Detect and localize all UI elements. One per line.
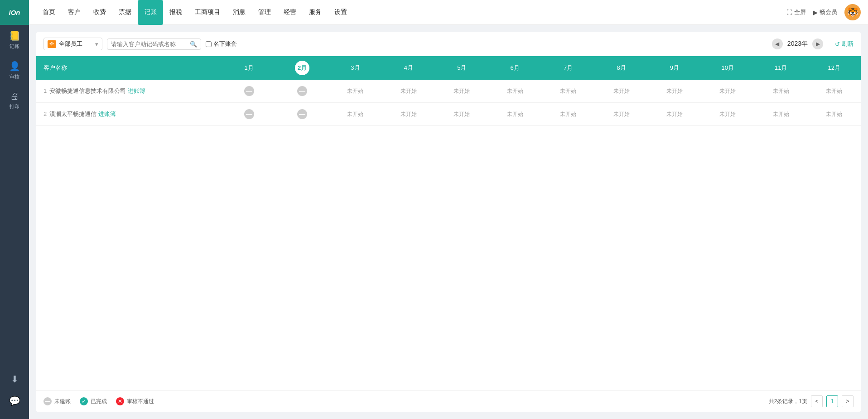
nav-customers[interactable]: 客户 <box>62 0 87 25</box>
status-not-started: 未开始 <box>613 88 630 94</box>
vip-button[interactable]: ▶ 畅会员 <box>813 8 837 16</box>
nav-bizitems[interactable]: 工商项目 <box>188 0 227 25</box>
current-page-button[interactable]: 1 <box>826 395 838 407</box>
search-input[interactable] <box>111 41 187 48</box>
col-header-jan: 1月 <box>222 56 275 80</box>
refresh-button[interactable]: ↺ 刷新 <box>835 40 854 48</box>
toolbar: 全 全部员工 ▾ 🔍 名下账套 ◀ 2023年 ▶ <box>36 32 861 56</box>
vip-label: 畅会员 <box>820 8 837 16</box>
employee-tag: 全 <box>48 40 56 48</box>
nav-operation[interactable]: 经营 <box>277 0 303 25</box>
topnav-right: ⛶ 全屏 ▶ 畅会员 🐯 <box>786 4 861 20</box>
cell-m2-r1: 未开始 <box>329 103 382 126</box>
my-accounts-checkbox[interactable] <box>206 41 212 47</box>
legend-not-built-icon: — <box>43 397 52 405</box>
cell-m10-r0: 未开始 <box>754 80 807 103</box>
next-year-button[interactable]: ▶ <box>812 39 823 49</box>
search-box[interactable]: 🔍 <box>107 39 201 50</box>
cell-name-1: 2漠澜太平畅捷通信 进账簿 <box>36 103 222 126</box>
legend-done-label: 已完成 <box>91 398 107 405</box>
year-label: 2023年 <box>787 40 808 48</box>
cell-m11-r0: 未开始 <box>807 80 861 103</box>
col-header-oct: 10月 <box>701 56 754 80</box>
cell-m9-r1: 未开始 <box>701 103 754 126</box>
nav-home[interactable]: 首页 <box>36 0 62 25</box>
nav-invoices[interactable]: 票据 <box>112 0 138 25</box>
sidebar-item-label-audit: 审核 <box>10 73 19 80</box>
nav-tax[interactable]: 报税 <box>163 0 188 25</box>
row-num-1: 2 <box>43 111 47 117</box>
col-header-sep: 9月 <box>648 56 701 80</box>
print-icon: 🖨 <box>10 91 19 101</box>
legend-rejected-label: 审核不通过 <box>127 398 154 405</box>
avatar[interactable]: 🐯 <box>844 4 861 20</box>
content: 全 全部员工 ▾ 🔍 名下账套 ◀ 2023年 ▶ <box>29 25 868 419</box>
sidebar-item-audit[interactable]: 👤 审核 <box>0 55 29 86</box>
legend-rejected: ✕ 审核不通过 <box>116 397 154 405</box>
col-header-mar: 3月 <box>329 56 382 80</box>
nav-messages[interactable]: 消息 <box>227 0 252 25</box>
cell-m8-r0: 未开始 <box>648 80 701 103</box>
status-not-started: 未开始 <box>347 111 363 117</box>
cell-m10-r1: 未开始 <box>754 103 807 126</box>
nav-settings[interactable]: 设置 <box>328 0 353 25</box>
prev-page-button[interactable]: < <box>811 395 823 407</box>
cell-m7-r1: 未开始 <box>595 103 648 126</box>
cell-m3-r1: 未开始 <box>382 103 435 126</box>
status-not-started: 未开始 <box>666 111 683 117</box>
col-header-nov: 11月 <box>754 56 807 80</box>
status-not-started: 未开始 <box>560 111 576 117</box>
col-header-apr: 4月 <box>382 56 435 80</box>
sidebar-item-chat[interactable]: 💬 <box>0 390 29 412</box>
prev-year-button[interactable]: ◀ <box>772 39 783 49</box>
cell-m8-r1: 未开始 <box>648 103 701 126</box>
my-accounts-checkbox-label[interactable]: 名下账套 <box>206 40 237 48</box>
cell-name-0: 1安徽畅捷通信息技术有限公司 进账簿 <box>36 80 222 103</box>
status-not-started: 未开始 <box>719 88 736 94</box>
total-records: 共2条记录，1页 <box>769 398 807 405</box>
col-header-feb: 2月 <box>275 56 328 80</box>
nav-service[interactable]: 服务 <box>303 0 328 25</box>
table-row: 2漠澜太平畅捷通信 进账簿——未开始未开始未开始未开始未开始未开始未开始未开始未… <box>36 103 861 126</box>
status-not-started: 未开始 <box>826 88 842 94</box>
status-not-started: 未开始 <box>453 111 470 117</box>
status-dash-icon: — <box>244 86 254 96</box>
refresh-icon: ↺ <box>835 41 840 48</box>
chat-icon: 💬 <box>9 395 20 406</box>
nav-billing[interactable]: 收费 <box>87 0 112 25</box>
sidebar-item-label-bookkeeping: 记账 <box>10 43 19 50</box>
sidebar-item-print[interactable]: 🖨 打印 <box>0 86 29 116</box>
nav-manage[interactable]: 管理 <box>252 0 277 25</box>
status-not-started: 未开始 <box>347 88 363 94</box>
nav-bookkeeping[interactable]: 记账 <box>138 0 163 25</box>
topnav: 首页 客户 收费 票据 记账 报税 工商项目 消息 管理 经营 服务 设置 ⛶ … <box>29 0 868 25</box>
cell-m7-r0: 未开始 <box>595 80 648 103</box>
sidebar-item-bookkeeping[interactable]: 📒 记账 <box>0 25 29 55</box>
employee-select[interactable]: 全 全部员工 ▾ <box>43 38 102 50</box>
enter-ledger-link-1[interactable]: 进账簿 <box>98 111 116 117</box>
download-icon: ⬇ <box>11 374 19 385</box>
employee-label: 全部员工 <box>59 40 82 48</box>
status-dash-icon: — <box>297 86 307 96</box>
status-not-started: 未开始 <box>666 88 683 94</box>
table-row: 1安徽畅捷通信息技术有限公司 进账簿——未开始未开始未开始未开始未开始未开始未开… <box>36 80 861 103</box>
cell-m0-r0: — <box>222 80 275 103</box>
cell-m1-r0: — <box>275 80 328 103</box>
legend-done-icon: ✓ <box>80 397 88 405</box>
cell-m0-r1: — <box>222 103 275 126</box>
active-month-circle: 2月 <box>295 61 309 75</box>
vip-icon: ▶ <box>813 9 818 16</box>
audit-icon: 👤 <box>9 61 20 72</box>
cell-m2-r0: 未开始 <box>329 80 382 103</box>
col-header-name: 客户名称 <box>36 56 222 80</box>
next-page-button[interactable]: > <box>842 395 854 407</box>
status-not-started: 未开始 <box>400 111 417 117</box>
enter-ledger-link-0[interactable]: 进账簿 <box>128 87 145 94</box>
legend-rejected-icon: ✕ <box>116 397 124 405</box>
main-area: 首页 客户 收费 票据 记账 报税 工商项目 消息 管理 经营 服务 设置 ⛶ … <box>29 0 868 419</box>
col-header-jun: 6月 <box>488 56 541 80</box>
sidebar-item-download[interactable]: ⬇ <box>0 368 29 390</box>
cell-m4-r0: 未开始 <box>435 80 488 103</box>
status-not-started: 未开始 <box>507 88 523 94</box>
fullscreen-button[interactable]: ⛶ 全屏 <box>786 8 806 16</box>
